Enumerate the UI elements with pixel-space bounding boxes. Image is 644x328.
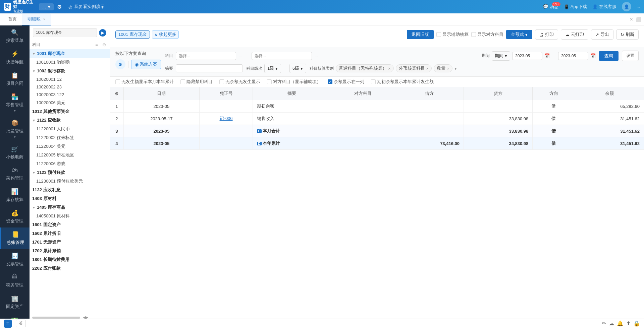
amount-type-btn[interactable]: 金额式 ▾ xyxy=(506,30,532,39)
tree-item-1403[interactable]: 1403 原材料 xyxy=(30,194,110,203)
show-aux-checkbox-box[interactable] xyxy=(436,32,441,37)
scroll-right-btn[interactable]: ▶ xyxy=(86,315,88,319)
message-btn[interactable]: 💬 消息 99+ xyxy=(543,4,558,10)
checkbox-no-balance[interactable]: 无发生额显示本月本年累计 xyxy=(115,79,174,85)
checkbox-balance-col-box[interactable]: ✓ xyxy=(328,79,332,84)
checkbox-hide-disabled-box[interactable] xyxy=(180,79,185,84)
query-btn[interactable]: 查询 xyxy=(599,51,619,61)
tree-item-11220002[interactable]: 11220002 往来标签 xyxy=(30,133,110,142)
tab-home[interactable]: 首页 xyxy=(3,13,22,25)
tree-item-10010001[interactable]: 10010001 哟哟哟 xyxy=(30,58,110,67)
shield-icon[interactable]: 🔒 xyxy=(633,320,640,327)
sidebar-item-capital[interactable]: 💰 资金管理 xyxy=(0,206,30,227)
lang-switch-btn[interactable]: 英 xyxy=(16,320,26,327)
tree-add-icon[interactable]: ⊕ xyxy=(101,42,107,48)
tree-item-11220005[interactable]: 11220005 所在地区 xyxy=(30,151,110,159)
period-end-cal-icon[interactable]: 📅 xyxy=(590,53,596,58)
tree-item-1602[interactable]: 1602 累计折旧 xyxy=(30,229,110,238)
bell-icon[interactable]: 🔔 xyxy=(617,320,624,327)
edit-icon[interactable]: ✏ xyxy=(602,320,606,327)
show-opposite-checkbox-box[interactable] xyxy=(471,32,476,37)
level-to-select[interactable]: 6级 ▾ xyxy=(289,64,306,73)
account-search-box[interactable]: 1001 库存现金 xyxy=(33,28,97,37)
tree-list-icon[interactable]: ≡ xyxy=(94,42,100,48)
row-2-voucher[interactable]: 记-006 xyxy=(200,113,253,125)
tree-item-1132[interactable]: 1132 应收利息 xyxy=(30,186,110,194)
sidebar-item-assets[interactable]: 🏢 固定资产 xyxy=(0,291,30,313)
tag-3-close[interactable]: × xyxy=(447,66,449,71)
query-settings-icon[interactable]: ⚙ xyxy=(115,59,125,69)
window-restore-btn[interactable]: ⬜ xyxy=(636,17,641,22)
period-start-cal-icon[interactable]: 📅 xyxy=(544,53,550,58)
tree-item-10020002[interactable]: 10020002 23 xyxy=(30,83,110,91)
print-btn[interactable]: 🖨 打印 xyxy=(535,29,558,40)
tree-item-11230001[interactable]: 11230001 预付账款美元 xyxy=(30,177,110,186)
sidebar-item-nav[interactable]: ⚡ 快捷导航 xyxy=(0,47,30,68)
settings-btn[interactable]: 设置 xyxy=(622,51,639,61)
window-close-btn[interactable]: × xyxy=(630,16,633,22)
tree-item-10020006[interactable]: 10020006 美元 xyxy=(30,99,110,107)
tree-item-10020001[interactable]: 10020001 12 xyxy=(30,75,110,83)
tree-item-10020003[interactable]: 10020003 122 xyxy=(30,91,110,99)
demo-link[interactable]: ◎ 我要看实例演示 xyxy=(68,4,105,10)
account-tree-hscrollbar[interactable] xyxy=(32,317,80,319)
show-aux-checkbox[interactable]: 显示辅助核算 xyxy=(436,31,469,38)
tree-item-1001[interactable]: ▼ 1001 库存现金 xyxy=(30,49,110,58)
tree-item-1012[interactable]: 1012 其他货币资金 xyxy=(30,107,110,116)
scheme-tag[interactable]: ◉ 系统方案 xyxy=(131,60,161,69)
checkbox-opposite-box[interactable] xyxy=(267,79,272,84)
checkbox-no-balance-box[interactable] xyxy=(115,79,120,84)
tree-item-1122[interactable]: ▼ 1122 应收款 xyxy=(30,116,110,125)
sidebar-item-invoice[interactable]: 🧾 发票管理 xyxy=(0,249,30,270)
online-service-btn[interactable]: 👤 在线客服 xyxy=(592,4,616,10)
tree-item-11220001[interactable]: 11220001 人民币 xyxy=(30,125,110,133)
user-avatar[interactable]: 👤 xyxy=(622,2,631,11)
home-bottom-icon[interactable]: 圭 xyxy=(4,320,12,328)
sidebar-item-inventory[interactable]: 📊 库存核算 xyxy=(0,185,30,206)
subject-input-end[interactable] xyxy=(252,52,312,60)
tree-item-14050001[interactable]: 14050001 原材料 xyxy=(30,212,110,220)
tree-item-11220004[interactable]: 11220004 美元 xyxy=(30,142,110,151)
sidebar-item-wholesale[interactable]: 📦 批发管理 ▾ xyxy=(0,116,30,142)
cloud-print-btn[interactable]: ☁ 云打印 xyxy=(561,29,588,40)
settings-icon[interactable]: ⚙ xyxy=(57,4,62,10)
tree-item-1701[interactable]: 1701 无形资产 xyxy=(30,238,110,247)
tree-item-1702[interactable]: 1702 累计摊销 xyxy=(30,247,110,255)
company-selector[interactable]: ... ▾ xyxy=(39,3,54,10)
sidebar-item-contract[interactable]: 📋 项目合同 xyxy=(0,68,30,90)
return-old-btn[interactable]: 退回旧版 xyxy=(407,30,434,39)
subject-type-tag-3[interactable]: 数量 × xyxy=(434,64,452,72)
tag-1-close[interactable]: × xyxy=(388,66,391,71)
checkbox-hide-disabled[interactable]: 隐藏禁用科目 xyxy=(180,79,213,85)
checkbox-balance-col[interactable]: ✓ 余额显示在一列 xyxy=(328,79,364,85)
level-from-select[interactable]: 1级 ▾ xyxy=(264,64,281,73)
subject-type-tag-1[interactable]: 普通科目（无特殊核算） × xyxy=(336,64,394,72)
subject-type-arrow[interactable]: ▾ xyxy=(454,66,457,71)
tree-item-1601[interactable]: 1601 固定资产 xyxy=(30,220,110,229)
show-more-btn[interactable]: ∧ 收起更多 xyxy=(152,30,179,39)
upload-icon[interactable]: ⬆ xyxy=(626,320,631,327)
app-download-btn[interactable]: 📱 App下载 xyxy=(564,4,587,10)
account-nav-btn[interactable]: ▶ xyxy=(99,29,106,37)
summary-input[interactable] xyxy=(176,64,243,72)
period-end-input[interactable] xyxy=(558,52,588,60)
col-settings[interactable]: ⚙ xyxy=(110,87,123,100)
show-opposite-checkbox[interactable]: 显示对方科目 xyxy=(471,31,503,38)
tag-2-close[interactable]: × xyxy=(426,66,429,71)
tab-detail[interactable]: 明细账 × xyxy=(22,13,51,25)
tab-detail-close[interactable]: × xyxy=(43,17,45,21)
scroll-left-btn[interactable]: ◀ xyxy=(83,315,86,319)
subject-input-start[interactable] xyxy=(176,52,236,60)
refresh-btn[interactable]: ↻ 刷新 xyxy=(616,29,639,40)
sidebar-item-tax[interactable]: 🏛 税务管理 xyxy=(0,270,30,291)
tree-item-1123[interactable]: ▼ 1123 预付账款 xyxy=(30,168,110,177)
subject-type-tag-2[interactable]: 外币核算科目 × xyxy=(396,64,432,72)
sidebar-item-ecommerce[interactable]: 🛒 小畅电商 xyxy=(0,142,30,163)
period-start-input[interactable] xyxy=(512,52,542,60)
cloud-icon[interactable]: ☁ xyxy=(609,320,614,327)
checkbox-opening-balance[interactable]: 期初余额显示本年累计发生额 xyxy=(371,79,434,85)
tree-item-2202[interactable]: 2202 应付账款 xyxy=(30,264,110,273)
sidebar-item-purchase[interactable]: 🛍 采购管理 xyxy=(0,163,30,185)
checkbox-opening-balance-box[interactable] xyxy=(371,79,376,84)
sidebar-item-search[interactable]: 🔍 搜索菜单 xyxy=(0,25,30,47)
